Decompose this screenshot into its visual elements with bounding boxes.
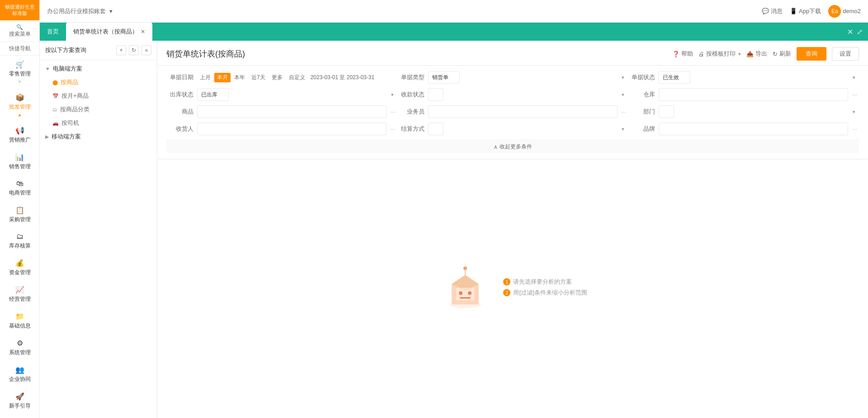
refresh-btn[interactable]: ↻ 刷新 [773,50,791,58]
print-btn[interactable]: 🖨 按模板打印 ▾ [698,50,741,58]
sidebar-item-operations[interactable]: 📈 经营管理 [0,281,39,308]
goods-ellipsis[interactable]: ··· [388,108,397,115]
out-status-select[interactable]: 已出库 [197,88,229,101]
tree-item-by-driver[interactable]: 🚗 按司机 [52,116,157,130]
sidebar-item-corp-label: 企业协同 [9,375,31,383]
sidebar-shortcut[interactable]: 快捷导航 [0,42,39,56]
tree-node-pc[interactable]: ▼ 电脑端方案 [40,62,157,76]
message-btn[interactable]: 💬 消息 [762,7,783,15]
salesman-label: 业务员 [397,108,425,116]
page-container: 按以下方案查询 + ↻ « ▼ 电脑端方案 ⬤ 按商品 [40,41,868,418]
sidebar: 畅捷通好生意标准版 🔍 搜索菜单 快捷导航 🛒 零售管理 ▼ 📦 批发管理 ▲ … [0,0,40,418]
help-label: 帮助 [681,50,693,58]
tab-close-all-icon[interactable]: ✕ [847,28,853,36]
warehouse-ellipsis[interactable]: ··· [850,91,859,98]
payment-status-wrapper [428,88,628,101]
app-logo[interactable]: 畅捷通好生意标准版 [0,0,39,20]
sidebar-item-wholesale[interactable]: 📦 批发管理 ▲ [0,89,39,122]
sidebar-item-purchase[interactable]: 📋 采购管理 [0,201,39,228]
brand-ellipsis[interactable]: ··· [850,125,859,133]
payment-status-select[interactable] [428,88,443,101]
message-label: 消息 [771,7,783,15]
sidebar-item-sales[interactable]: 📊 销售管理 [0,148,39,175]
page-title-bar: 销货单统计表(按商品) ❓ 帮助 🖨 按模板打印 ▾ 📤 导出 [157,41,868,66]
sidebar-item-appstore[interactable]: 🔲 应用中心 [0,414,39,418]
app-download-btn[interactable]: 📱 App下载 [790,7,821,15]
tab-bar-controls: ✕ ⤢ [847,28,868,36]
date-tab-this-month[interactable]: 本月 [214,73,231,82]
date-tab-7days[interactable]: 近7天 [249,73,268,82]
settlement-wrapper [428,123,628,135]
date-tab-custom[interactable]: 自定义 [286,73,308,82]
sidebar-item-inventory[interactable]: 🗂 库存核算 [0,228,39,254]
sidebar-item-marketing[interactable]: 📢 营销推广 [0,122,39,148]
export-icon: 📤 [746,51,754,57]
by-goods-icon: ⬤ [52,80,58,86]
empty-step-2: 2 用[过滤]条件来缩小分析范围 [503,289,587,297]
sidebar-item-ecommerce[interactable]: 🛍 电商管理 [0,175,39,201]
tab-expand-icon[interactable]: ⤢ [857,28,863,36]
sidebar-item-guide[interactable]: 🚀 新手引导 [0,388,39,414]
tab-sales-report-label: 销货单统计表（按商品） [73,28,138,36]
industry-label: 办公用品行业模拟账套 [47,7,106,15]
settlement-select[interactable] [428,123,443,135]
export-btn[interactable]: 📤 导出 [746,50,767,58]
brand-input[interactable] [659,123,848,135]
sidebar-item-purchase-label: 采购管理 [9,216,31,223]
doc-status-select[interactable]: 已生效 [659,71,690,84]
industry-selector[interactable]: 办公用品行业模拟账套 ▾ [47,7,113,15]
empty-step-1: 1 请先选择要分析的方案 [503,278,587,286]
tree-item-by-category[interactable]: 🗂 按商品分类 [52,103,157,116]
tab-sales-report[interactable]: 销货单统计表（按商品） ✕ [66,23,152,41]
tab-close-icon[interactable]: ✕ [141,28,145,35]
sidebar-item-system[interactable]: ⚙ 系统管理 [0,334,39,361]
user-name: demo2 [843,8,861,14]
goods-input[interactable] [197,105,387,118]
sidebar-item-retail[interactable]: 🛒 零售管理 ▼ [0,56,39,89]
user-profile[interactable]: Ea demo2 [828,5,861,18]
empty-illustration [438,261,492,316]
receiver-ellipsis[interactable]: ··· [388,125,397,133]
tree-node-mobile[interactable]: ▶ 移动端方案 [40,130,157,143]
date-tab-last-month[interactable]: 上月 [197,73,213,82]
salesman-input[interactable] [428,105,618,118]
brand-label: 品牌 [628,125,655,133]
add-scheme-btn[interactable]: + [116,45,126,55]
sidebar-search[interactable]: 🔍 搜索菜单 [0,20,39,42]
date-tab-more[interactable]: 更多 [269,73,285,82]
collapse-panel-btn[interactable]: « [142,45,151,55]
refresh-icon: ↻ [773,51,778,57]
refresh-scheme-btn[interactable]: ↻ [129,45,139,55]
doc-status-wrapper: 已生效 [659,71,859,84]
tree-item-by-month-goods[interactable]: 📅 按月+商品 [52,89,157,103]
warehouse-input[interactable] [659,88,848,101]
collapse-filter-btn[interactable]: ∧ 收起更多条件 [166,140,859,153]
tab-home[interactable]: 首页 [40,23,66,41]
filter-goods: 商品 ··· [166,105,397,118]
top-header: 办公用品行业模拟账套 ▾ 💬 消息 📱 App下载 Ea demo2 [40,0,868,23]
by-driver-label: 按司机 [61,119,79,127]
salesman-value: ··· [428,105,628,118]
doc-type-select[interactable]: 销货单 [428,71,460,84]
date-tab-this-year[interactable]: 本年 [231,73,248,82]
goods-value: ··· [197,105,397,118]
salesman-ellipsis[interactable]: ··· [619,108,628,115]
filter-settlement: 结算方式 [397,123,628,135]
sidebar-item-finance[interactable]: 💰 资金管理 [0,254,39,281]
payment-status-label: 收款状态 [397,90,425,99]
filter-out-status: 出库状态 已出库 [166,88,397,101]
tree-item-by-goods[interactable]: ⬤ 按商品 [52,76,157,89]
settlement-label: 结算方式 [397,125,425,133]
sidebar-item-basic[interactable]: 📁 基础信息 [0,308,39,334]
sidebar-item-corp[interactable]: 👥 企业协同 [0,361,39,388]
receiver-value: ··· [197,123,397,135]
receiver-input[interactable] [197,123,387,135]
help-btn[interactable]: ❓ 帮助 [672,50,693,58]
department-select[interactable] [659,105,674,118]
filter-row-2: 出库状态 已出库 收款状态 [166,88,859,101]
query-button[interactable]: 查询 [797,47,826,61]
left-panel-title: 按以下方案查询 [45,46,86,54]
date-range-text: 2023-03-01 至 2023-03-31 [311,74,374,81]
sidebar-item-system-label: 系统管理 [9,349,31,356]
settings-button[interactable]: 设置 [832,47,859,61]
